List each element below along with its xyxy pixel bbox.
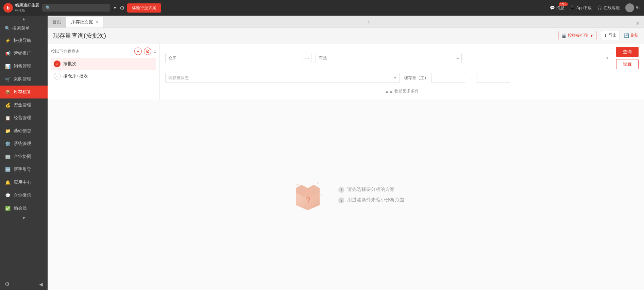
- sidebar-collapse-icon[interactable]: ◀: [39, 282, 43, 287]
- refresh-button[interactable]: 🔄 刷新: [624, 33, 639, 38]
- logo-icon: b: [3, 3, 13, 13]
- query-button[interactable]: 查询: [616, 47, 639, 57]
- tab-close-all-icon[interactable]: ✕: [634, 19, 641, 28]
- inventory-status-label: 现存量状态: [168, 75, 189, 81]
- tab-home[interactable]: 首页: [48, 17, 66, 28]
- tab-inventory[interactable]: 库存批次账 ×: [66, 17, 103, 28]
- sidebar-scroll-up[interactable]: ▲: [0, 16, 48, 22]
- settings-plan-button[interactable]: ⚙: [144, 48, 151, 55]
- basic-info-icon: 📁: [5, 128, 11, 134]
- add-icon: +: [137, 49, 139, 54]
- warehouse-input-group: ···: [165, 53, 311, 63]
- enterprise-icon: 🏢: [5, 153, 11, 160]
- message-icon: 💬: [550, 5, 555, 10]
- sidebar-sales-label: 销售管理: [14, 63, 31, 69]
- status-select[interactable]: ▼: [466, 53, 612, 63]
- sidebar-item-marketing[interactable]: 📢 营销推广: [0, 47, 48, 60]
- logo-text: b: [7, 5, 10, 11]
- user-area[interactable]: Rit: [625, 3, 641, 12]
- inventory-status-select[interactable]: 现存量状态 ▼: [165, 73, 400, 83]
- sidebar-item-basic-info[interactable]: 📁 基础信息: [0, 124, 48, 137]
- print-dropdown-icon[interactable]: ▼: [590, 33, 594, 38]
- svg-point-6: [317, 182, 319, 184]
- company-name: 畅康通好生意: [15, 3, 39, 8]
- export-button[interactable]: ⬆ 导出: [601, 31, 620, 40]
- warehouse-dots-button[interactable]: ···: [303, 53, 311, 63]
- inventory-status-field: 现存量状态 ▼: [165, 73, 400, 83]
- sidebar-item-quick-nav[interactable]: ⚡ 快捷导航: [0, 34, 48, 47]
- sales-icon: 📊: [5, 63, 11, 69]
- print-icon: 🖨️: [561, 33, 566, 38]
- settings-button[interactable]: ⚙: [120, 5, 124, 11]
- product-dots-button[interactable]: ···: [453, 53, 461, 63]
- filter-left-header: 按以下方案查询 + ⚙ «: [51, 48, 156, 55]
- sidebar-scroll-down[interactable]: ▼: [0, 215, 48, 221]
- sidebar-item-member[interactable]: ✅ 畅会员: [0, 202, 48, 215]
- nav-dropdown[interactable]: ▼: [113, 5, 117, 10]
- print-button[interactable]: 🖨️ 按模板打印 ▼: [558, 31, 597, 40]
- app-download-label: App下载: [576, 5, 592, 11]
- tab-close-icon[interactable]: ×: [96, 20, 98, 24]
- online-support-label: 在线客服: [604, 5, 620, 11]
- sidebar-item-finance[interactable]: 💰 资金管理: [0, 98, 48, 111]
- tip-number-2: 2: [338, 197, 344, 203]
- export-label: 导出: [609, 33, 617, 38]
- field-settings-button[interactable]: 设置: [616, 59, 639, 69]
- sidebar-item-system[interactable]: ⚙️ 系统管理: [0, 137, 48, 150]
- quick-nav-icon: ⚡: [5, 37, 11, 43]
- warehouse-field: ···: [165, 53, 311, 63]
- message-badge: 99+: [559, 2, 568, 6]
- inventory-status-dropdown-icon: ▼: [393, 76, 397, 80]
- export-icon: ⬆: [604, 33, 607, 38]
- plan-warehouse-batch-icon: ○: [54, 73, 61, 79]
- sidebar-quick-nav-label: 快捷导航: [14, 37, 31, 43]
- sidebar-search-label: 搜索菜单: [12, 25, 30, 31]
- plan-warehouse-batch-label: 按仓库+批次: [63, 73, 88, 79]
- app-download-item[interactable]: 📱 App下载: [570, 5, 592, 11]
- status-dropdown-icon: ▼: [606, 56, 609, 60]
- collapse-conditions-button[interactable]: ▲▲ 收起更多条件: [165, 86, 639, 96]
- sidebar-item-inventory[interactable]: 📦 库存核算: [0, 86, 48, 98]
- product-field: ···: [316, 53, 462, 63]
- member-icon: ✅: [5, 205, 11, 211]
- add-plan-button[interactable]: +: [134, 48, 142, 55]
- sidebar-item-new-user[interactable]: 🆕 新手引导: [0, 163, 48, 176]
- inventory-qty-from-input[interactable]: [431, 73, 465, 83]
- online-support-item[interactable]: 🎧 在线客服: [597, 5, 620, 11]
- refresh-label: 刷新: [630, 33, 639, 38]
- sidebar-item-enterprise[interactable]: 🏢 企业协同: [0, 150, 48, 163]
- page-title: 现存量查询(按批次): [53, 32, 106, 40]
- tab-new-button[interactable]: +: [363, 17, 374, 28]
- warehouse-input[interactable]: [166, 53, 303, 63]
- product-input-group: ···: [316, 53, 462, 63]
- sidebar-item-sales[interactable]: 📊 销售管理: [0, 60, 48, 73]
- empty-tip-1: 1 请先选择要分析的方案: [338, 186, 404, 193]
- sidebar-operations-label: 经营管理: [14, 115, 31, 121]
- collapse-left-panel-button[interactable]: «: [153, 49, 156, 54]
- sidebar-basic-info-label: 基础信息: [14, 128, 31, 134]
- content-area: 首页 库存批次账 × + ✕ 现存量查询(按批次) 🖨️ 按模板打印 ▼: [48, 16, 644, 290]
- sidebar-item-operations[interactable]: 📋 经营管理: [0, 111, 48, 124]
- sidebar-item-purchase[interactable]: 🛒 采购管理: [0, 73, 48, 86]
- sidebar-settings-icon[interactable]: ⚙: [5, 281, 10, 287]
- sidebar-item-search[interactable]: 🔍 搜索菜单: [0, 22, 48, 34]
- purchase-icon: 🛒: [5, 76, 11, 82]
- messages-item[interactable]: 💬 消息 99+: [550, 5, 564, 11]
- product-input[interactable]: [316, 53, 453, 63]
- trial-button[interactable]: 体验行业方案: [127, 3, 161, 13]
- plan-item-batch[interactable]: ○ 按批次: [51, 58, 156, 70]
- page-header-actions: 🖨️ 按模板打印 ▼ ⬆ 导出 🔄 刷新: [558, 31, 639, 40]
- page-header: 现存量查询(按批次) 🖨️ 按模板打印 ▼ ⬆ 导出 🔄 刷新: [48, 28, 644, 43]
- plan-item-warehouse-batch[interactable]: ○ 按仓库+批次: [51, 70, 156, 82]
- tip-text-1: 请先选择要分析的方案: [347, 186, 395, 193]
- sidebar-item-wechat[interactable]: 💬 企业微信: [0, 189, 48, 202]
- sidebar-system-label: 系统管理: [14, 141, 31, 147]
- sidebar-item-app-center[interactable]: 🔔 应用中心: [0, 176, 48, 189]
- user-name: Rit: [635, 5, 641, 10]
- top-bar-left: b 畅康通好生意 标准版 🔍 ▼ ⚙ 体验行业方案: [3, 3, 161, 13]
- app-center-icon: 🔔: [5, 179, 11, 185]
- top-search-box[interactable]: 🔍: [42, 4, 110, 12]
- svg-point-7: [321, 194, 322, 196]
- inventory-qty-to-input[interactable]: [476, 73, 510, 83]
- logo-area: b 畅康通好生意 标准版: [3, 3, 39, 13]
